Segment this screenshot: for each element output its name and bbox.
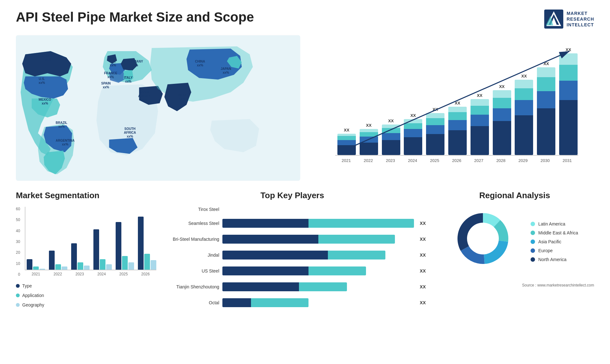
growth-bar-segment bbox=[515, 88, 533, 100]
player-row: Tianjin ShenzhoutongXX bbox=[159, 282, 426, 291]
regional-legend-item: Asia Pacific bbox=[531, 239, 578, 244]
player-name: Jindal bbox=[159, 253, 219, 258]
seg-legend-item: Geography bbox=[16, 302, 149, 307]
growth-bar-segment bbox=[448, 120, 467, 130]
growth-bar-segment bbox=[404, 123, 422, 129]
regional-title: Regional Analysis bbox=[435, 191, 594, 200]
seg-app-bar bbox=[122, 256, 128, 270]
seg-bar-group bbox=[49, 251, 67, 270]
growth-bar-segment bbox=[493, 121, 511, 155]
growth-bar-xx-label: XX bbox=[388, 118, 394, 123]
seg-legend-label: Application bbox=[22, 293, 44, 298]
player-bar-container bbox=[222, 251, 414, 260]
bottom-row: Market Segmentation 60 50 40 30 20 10 0 … bbox=[16, 187, 594, 313]
growth-bar-segment bbox=[559, 65, 578, 81]
seg-app-bar bbox=[100, 259, 105, 270]
growth-x-label: 2024 bbox=[402, 158, 424, 163]
seg-x-label: 2025 bbox=[112, 272, 134, 276]
growth-bar-segment bbox=[493, 90, 511, 98]
growth-bar-segment bbox=[426, 134, 444, 155]
growth-bar-segment bbox=[382, 140, 400, 155]
growth-x-label: 2021 bbox=[335, 158, 357, 163]
growth-bar-segment bbox=[537, 108, 555, 155]
growth-bar-segment bbox=[337, 145, 356, 155]
growth-bar-group: XX bbox=[359, 123, 379, 155]
page-container: API Steel Pipe Market Size and Scope MAR… bbox=[0, 0, 610, 364]
regional-legend-label: Europe bbox=[538, 248, 552, 253]
seg-bar-group bbox=[93, 229, 112, 270]
player-bar-dark bbox=[222, 298, 251, 307]
player-bar-dark bbox=[222, 219, 308, 228]
growth-bar-segment bbox=[515, 80, 533, 88]
player-xx-label: XX bbox=[420, 253, 426, 258]
growth-x-label: 2025 bbox=[424, 158, 446, 163]
growth-bar-segment bbox=[426, 118, 444, 125]
regional-section: Regional Analysis Latin AmericaMiddle Ea… bbox=[435, 187, 594, 313]
growth-bar-segment bbox=[404, 129, 422, 137]
seg-legend-dot bbox=[16, 293, 20, 297]
growth-bar-segment bbox=[471, 99, 489, 105]
growth-bar-segment bbox=[404, 137, 422, 155]
growth-bar-group: XX bbox=[337, 128, 356, 155]
growth-bar-group: XX bbox=[559, 47, 578, 155]
growth-bar-segment bbox=[471, 106, 489, 115]
seg-geo-bar bbox=[151, 260, 156, 270]
player-xx-label: XX bbox=[420, 268, 426, 273]
growth-x-label: 2029 bbox=[512, 158, 534, 163]
seg-app-bar bbox=[144, 254, 150, 270]
player-bar-container bbox=[222, 266, 414, 275]
page-title: API Steel Pipe Market Size and Scope bbox=[16, 10, 254, 25]
seg-legend-label: Type bbox=[22, 283, 32, 288]
growth-x-label: 2027 bbox=[468, 158, 490, 163]
seg-type-bar bbox=[138, 217, 144, 270]
regional-legend: Latin AmericaMiddle East & AfricaAsia Pa… bbox=[531, 221, 578, 262]
regional-legend-dot bbox=[531, 239, 535, 244]
player-bar-dark bbox=[222, 235, 318, 244]
growth-bar-segment bbox=[559, 53, 578, 65]
growth-bar-segment bbox=[471, 115, 489, 126]
growth-bar-segment bbox=[360, 137, 378, 143]
growth-bar-group: XX bbox=[425, 107, 445, 155]
player-bar-light bbox=[308, 219, 414, 228]
player-bar-light bbox=[299, 282, 347, 291]
header: API Steel Pipe Market Size and Scope MAR… bbox=[16, 10, 594, 29]
growth-bar-xx-label: XX bbox=[544, 61, 549, 66]
growth-x-label: 2026 bbox=[446, 158, 468, 163]
regional-legend-item: Latin America bbox=[531, 221, 578, 226]
seg-legend-label: Geography bbox=[22, 302, 44, 307]
growth-bar-xx-label: XX bbox=[432, 107, 438, 112]
segmentation-title: Market Segmentation bbox=[16, 191, 149, 200]
seg-geo-bar bbox=[62, 266, 67, 270]
regional-legend-dot bbox=[531, 222, 535, 226]
player-name: Tianjin Shenzhoutong bbox=[159, 284, 219, 289]
seg-x-label: 2023 bbox=[69, 272, 91, 276]
player-bar-dark bbox=[222, 266, 308, 275]
growth-bar-segment bbox=[404, 119, 422, 123]
growth-bar-segment bbox=[360, 132, 378, 137]
player-bar-light bbox=[251, 298, 308, 307]
growth-bar-xx-label: XX bbox=[410, 113, 416, 118]
seg-bar-group bbox=[27, 259, 45, 270]
growth-bar-segment bbox=[537, 77, 555, 91]
world-map-svg bbox=[16, 35, 300, 181]
growth-bar-group: XX bbox=[536, 61, 556, 155]
regional-legend-dot bbox=[531, 231, 535, 235]
growth-bar-segment bbox=[471, 126, 489, 155]
seg-x-label: 2024 bbox=[91, 272, 112, 276]
player-bar-dark bbox=[222, 251, 328, 260]
growth-bar-group: XX bbox=[381, 118, 401, 155]
player-bar-container bbox=[222, 282, 414, 291]
logo-icon bbox=[544, 10, 563, 29]
players-title: Top Key Players bbox=[159, 191, 426, 200]
growth-bar-xx-label: XX bbox=[566, 47, 571, 52]
svg-point-8 bbox=[467, 223, 499, 254]
growth-bar-segment bbox=[337, 134, 356, 136]
player-bar-dark bbox=[222, 282, 299, 291]
player-name: Tirox Steel bbox=[159, 207, 219, 212]
seg-x-label: 2022 bbox=[47, 272, 69, 276]
player-row: US SteelXX bbox=[159, 266, 426, 275]
seg-geo-bar bbox=[128, 262, 134, 270]
growth-bar-xx-label: XX bbox=[344, 128, 349, 132]
growth-bar-segment bbox=[360, 129, 378, 132]
player-bar-light bbox=[308, 266, 366, 275]
